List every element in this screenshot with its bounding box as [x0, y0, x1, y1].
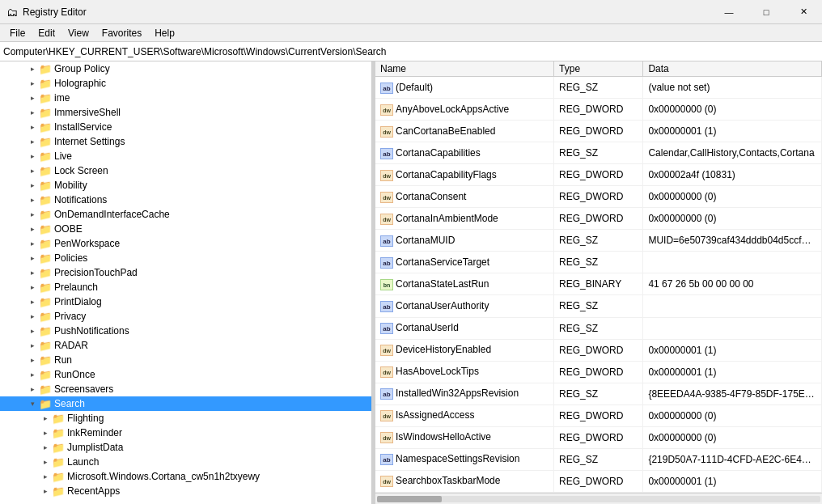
menu-view[interactable]: View	[61, 26, 95, 40]
tree-item-pen-workspace[interactable]: ▸📁PenWorkspace	[0, 236, 371, 251]
expand-icon[interactable]: ▸	[39, 412, 52, 425]
tree-item-screensavers[interactable]: ▸📁Screensavers	[0, 382, 371, 396]
tree-item-group-policy[interactable]: ▸📁Group Policy	[0, 61, 371, 76]
tree-item-label: Prelaunch	[54, 282, 98, 293]
tree-item-radar[interactable]: ▸📁RADAR	[0, 338, 371, 353]
horizontal-scrollbar[interactable]	[375, 493, 822, 504]
table-row[interactable]: abCortanaMUIDREG_SZMUID=6e50739caf434ddd…	[375, 230, 822, 252]
expand-icon[interactable]: ▸	[26, 77, 39, 90]
expand-icon[interactable]: ▸	[26, 339, 39, 352]
table-row[interactable]: ab(Default)REG_SZ(value not set)	[375, 77, 822, 99]
tree-item-jumplist-data[interactable]: ▸📁JumplistData	[0, 440, 371, 455]
value-name: dwCortanaInAmbientMode	[375, 208, 554, 230]
table-row[interactable]: dwIsAssignedAccessREG_DWORD0x00000000 (0…	[375, 404, 822, 426]
folder-icon: 📁	[39, 165, 52, 177]
tree-item-mobility[interactable]: ▸📁Mobility	[0, 178, 371, 193]
expand-icon[interactable]: ▸	[26, 208, 39, 221]
expand-icon[interactable]: ▸	[26, 135, 39, 148]
table-row[interactable]: dwSearchboxTaskbarModeREG_DWORD0x0000000…	[375, 470, 822, 492]
expand-icon[interactable]: ▸	[26, 164, 39, 177]
minimize-button[interactable]: —	[710, 0, 748, 24]
tree-item-search[interactable]: ▾📁Search	[0, 396, 371, 411]
expand-icon[interactable]: ▸	[26, 266, 39, 279]
tree-item-precision-touchpad[interactable]: ▸📁PrecisionTouchPad	[0, 265, 371, 280]
tree-item-immersive-shell[interactable]: ▸📁ImmersiveShell	[0, 105, 371, 120]
expand-icon[interactable]: ▸	[26, 383, 39, 396]
expand-icon[interactable]: ▸	[26, 62, 39, 75]
table-row[interactable]: dwCortanaInAmbientModeREG_DWORD0x0000000…	[375, 208, 822, 230]
table-row[interactable]: dwCortanaCapabilityFlagsREG_DWORD0x00002…	[375, 164, 822, 186]
tree-item-install-service[interactable]: ▸📁InstallService	[0, 120, 371, 134]
expand-icon[interactable]: ▸	[39, 485, 52, 498]
tree-item-ms-cortana[interactable]: ▸📁Microsoft.Windows.Cortana_cw5n1h2txyew…	[0, 469, 371, 484]
expand-icon[interactable]: ▸	[26, 222, 39, 235]
tree-item-policies[interactable]: ▸📁Policies	[0, 251, 371, 265]
tree-item-prelaunch[interactable]: ▸📁Prelaunch	[0, 280, 371, 294]
expand-icon[interactable]: ▸	[39, 470, 52, 483]
table-row[interactable]: abNamespaceSettingsRevisionREG_SZ{219D50…	[375, 448, 822, 470]
address-text[interactable]: Computer\HKEY_CURRENT_USER\Software\Micr…	[3, 46, 819, 57]
value-type: REG_SZ	[554, 77, 643, 99]
expand-icon[interactable]: ▸	[26, 150, 39, 163]
table-row[interactable]: dwAnyAboveLockAppsActiveREG_DWORD0x00000…	[375, 99, 822, 121]
tree-item-privacy[interactable]: ▸📁Privacy	[0, 309, 371, 324]
tree-item-live[interactable]: ▸📁Live	[0, 149, 371, 163]
menu-help[interactable]: Help	[148, 26, 181, 40]
expand-icon[interactable]: ▸	[26, 106, 39, 119]
tree-item-run-once[interactable]: ▸📁RunOnce	[0, 367, 371, 382]
tree-item-launch[interactable]: ▸📁Launch	[0, 455, 371, 469]
value-type: REG_DWORD	[554, 361, 643, 383]
expand-icon[interactable]: ▸	[26, 252, 39, 265]
tree-item-push-notifications[interactable]: ▸📁PushNotifications	[0, 324, 371, 338]
table-row[interactable]: abCortanaUserAuthorityREG_SZ	[375, 295, 822, 317]
tree-item-lock-screen[interactable]: ▸📁Lock Screen	[0, 163, 371, 178]
table-row[interactable]: dwHasAboveLockTipsREG_DWORD0x00000001 (1…	[375, 361, 822, 383]
expand-icon[interactable]: ▸	[26, 193, 39, 206]
tree-item-label: RecentApps	[67, 485, 120, 497]
expand-icon[interactable]: ▸	[26, 281, 39, 294]
tree-item-flighting[interactable]: ▸📁Flighting	[0, 411, 371, 426]
menu-favorites[interactable]: Favorites	[95, 26, 148, 40]
expand-icon[interactable]: ▸	[26, 121, 39, 133]
tree-item-notifications[interactable]: ▸📁Notifications	[0, 193, 371, 207]
table-row[interactable]: dwCanCortanaBeEnabledREG_DWORD0x00000001…	[375, 121, 822, 142]
expand-icon[interactable]: ▸	[26, 368, 39, 381]
expand-icon[interactable]: ▸	[26, 310, 39, 323]
table-row[interactable]: abCortanaCapabilitiesREG_SZCalendar,Call…	[375, 142, 822, 164]
tree-item-run[interactable]: ▸📁Run	[0, 353, 371, 367]
tree-panel: ▸📁Group Policy▸📁Holographic▸📁ime▸📁Immers…	[0, 61, 372, 504]
table-row[interactable]: dwCortanaConsentREG_DWORD0x00000000 (0)	[375, 186, 822, 208]
close-button[interactable]: ✕	[785, 0, 822, 24]
expand-icon[interactable]: ▸	[39, 455, 52, 468]
table-row[interactable]: abInstalledWin32AppsRevisionREG_SZ{8EEED…	[375, 383, 822, 404]
expand-icon[interactable]: ▸	[39, 441, 52, 454]
value-type: REG_SZ	[554, 142, 643, 164]
table-row[interactable]: dwIsWindowsHelloActiveREG_DWORD0x0000000…	[375, 426, 822, 448]
menu-file[interactable]: File	[3, 26, 32, 40]
expand-icon[interactable]: ▸	[26, 179, 39, 192]
folder-icon: 📁	[39, 340, 52, 352]
tree-item-ink-reminder[interactable]: ▸📁InkReminder	[0, 426, 371, 440]
expand-icon[interactable]: ▾	[26, 397, 39, 410]
tree-item-ime[interactable]: ▸📁ime	[0, 91, 371, 105]
tree-item-oobe[interactable]: ▸📁OOBE	[0, 222, 371, 236]
expand-icon[interactable]: ▸	[26, 354, 39, 366]
value-data: Calendar,CallHistory,Contacts,Cortana	[643, 142, 822, 164]
tree-item-internet-settings[interactable]: ▸📁Internet Settings	[0, 134, 371, 149]
table-row[interactable]: abCortanaUserIdREG_SZ	[375, 317, 822, 339]
expand-icon[interactable]: ▸	[26, 91, 39, 104]
tree-item-recent-apps[interactable]: ▸📁RecentApps	[0, 484, 371, 498]
expand-icon[interactable]: ▸	[26, 295, 39, 308]
expand-icon[interactable]: ▸	[39, 426, 52, 439]
maximize-button[interactable]: □	[748, 0, 785, 24]
table-row[interactable]: abCortanaServiceTargetREG_SZ	[375, 252, 822, 273]
tree-item-on-demand-interface-cache[interactable]: ▸📁OnDemandInterfaceCache	[0, 207, 371, 222]
tree-item-holographic[interactable]: ▸📁Holographic	[0, 76, 371, 91]
menu-edit[interactable]: Edit	[32, 26, 61, 40]
table-row[interactable]: dwDeviceHistoryEnabledREG_DWORD0x0000000…	[375, 339, 822, 361]
expand-icon[interactable]: ▸	[26, 324, 39, 337]
expand-icon[interactable]: ▸	[26, 237, 39, 250]
value-type: REG_DWORD	[554, 339, 643, 361]
table-row[interactable]: bnCortanaStateLastRunREG_BINARY41 67 26 …	[375, 273, 822, 295]
tree-item-print-dialog[interactable]: ▸📁PrintDialog	[0, 294, 371, 309]
